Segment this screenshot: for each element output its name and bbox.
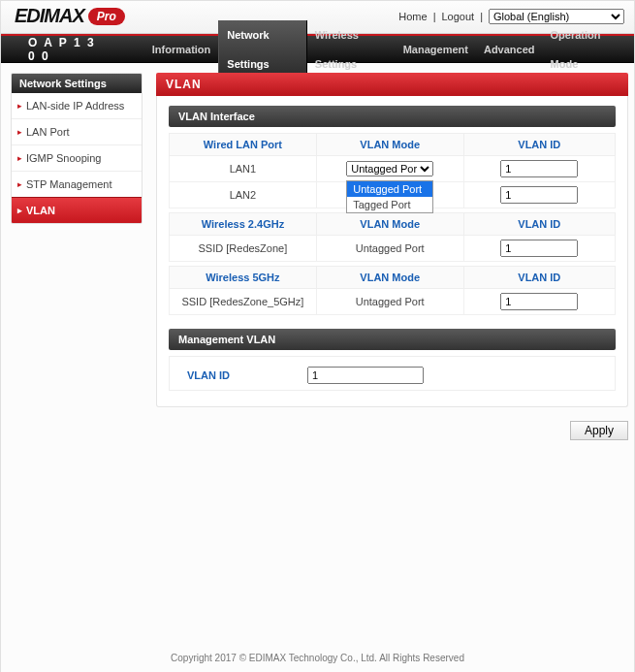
- home-link[interactable]: Home: [398, 11, 427, 22]
- logo: EDIMAX Pro: [15, 5, 125, 27]
- lan1-vlan-id-input[interactable]: [500, 160, 578, 177]
- caret-right-icon: ▸: [17, 127, 22, 137]
- col-id: VLAN ID: [463, 134, 615, 156]
- page-title: VLAN: [156, 73, 628, 96]
- col-mode: VLAN Mode: [316, 267, 463, 289]
- mgmt-vlan-id-input[interactable]: [307, 367, 424, 384]
- panel: VLAN Interface Wired LAN Port VLAN Mode …: [156, 96, 628, 407]
- sidebar-item-label: LAN Port: [26, 126, 70, 138]
- table-row: LAN1 Untagged Port Untagged Port Tagged …: [170, 156, 616, 182]
- ssid-24-label: SSID [RedesZone]: [170, 236, 317, 262]
- ssid-5-vlan-id-input[interactable]: [500, 293, 578, 310]
- sidebar: Network Settings ▸ LAN-side IP Address ▸…: [11, 73, 143, 224]
- col-mode: VLAN Mode: [316, 134, 463, 156]
- lan2-label: LAN2: [170, 182, 317, 208]
- sidebar-item-label: VLAN: [26, 205, 55, 216]
- nav-operation-mode[interactable]: Operation Mode: [543, 20, 624, 79]
- table-row: SSID [RedesZone] Untagged Port: [170, 236, 616, 262]
- dropdown-option-tagged[interactable]: Tagged Port: [347, 197, 432, 212]
- content-area: Network Settings ▸ LAN-side IP Address ▸…: [1, 63, 634, 645]
- sidebar-item-igmp[interactable]: ▸ IGMP Snooping: [12, 145, 142, 172]
- lan1-mode-select[interactable]: Untagged Port: [346, 161, 433, 176]
- lan2-vlan-id-input[interactable]: [500, 186, 578, 204]
- footer-text: Copyright 2017 © EDIMAX Technology Co., …: [1, 645, 634, 672]
- nav-management[interactable]: Management: [396, 35, 476, 64]
- wireless-24-table: Wireless 2.4GHz VLAN Mode VLAN ID SSID […: [169, 212, 616, 262]
- col-wired: Wired LAN Port: [170, 134, 317, 156]
- main-nav: O A P 1 3 0 0 Information Network Settin…: [1, 34, 634, 63]
- sidebar-item-stp[interactable]: ▸ STP Management: [12, 172, 142, 198]
- lan1-mode-dropdown: Untagged Port Tagged Port: [346, 180, 433, 213]
- section-vlan-interface: VLAN Interface: [169, 106, 616, 127]
- lan1-label: LAN1: [170, 156, 317, 182]
- sidebar-item-vlan[interactable]: ▸ VLAN: [11, 197, 143, 224]
- caret-right-icon: ▸: [17, 101, 22, 111]
- model-label: O A P 1 3 0 0: [28, 36, 106, 63]
- logo-text: EDIMAX: [15, 5, 84, 27]
- nav-advanced[interactable]: Advanced: [476, 35, 543, 64]
- nav-network-settings[interactable]: Network Settings: [218, 20, 306, 79]
- mgmt-vlan-row: VLAN ID: [169, 356, 616, 391]
- col-w24: Wireless 2.4GHz: [170, 213, 317, 236]
- sidebar-title: Network Settings: [12, 74, 142, 93]
- sidebar-item-label: STP Management: [26, 178, 111, 190]
- col-mode: VLAN Mode: [316, 213, 463, 236]
- wireless-5-table: Wireless 5GHz VLAN Mode VLAN ID SSID [Re…: [169, 266, 616, 315]
- apply-row: Apply: [156, 421, 628, 440]
- sidebar-item-label: IGMP Snooping: [26, 152, 101, 164]
- sidebar-item-label: LAN-side IP Address: [26, 100, 124, 112]
- logout-link[interactable]: Logout: [441, 11, 474, 22]
- apply-button[interactable]: Apply: [570, 421, 628, 440]
- ssid-5-mode: Untagged Port: [316, 289, 463, 315]
- col-id: VLAN ID: [463, 267, 615, 289]
- sidebar-item-lan-port[interactable]: ▸ LAN Port: [12, 119, 142, 145]
- wired-lan-table: Wired LAN Port VLAN Mode VLAN ID LAN1 Un…: [169, 133, 616, 208]
- table-row: SSID [RedesZone_5GHz] Untagged Port: [170, 289, 616, 315]
- caret-right-icon: ▸: [17, 179, 22, 189]
- caret-right-icon: ▸: [17, 206, 22, 215]
- caret-right-icon: ▸: [17, 153, 22, 163]
- app-window: EDIMAX Pro Home | Logout | Global (Engli…: [0, 0, 635, 672]
- ssid-24-mode: Untagged Port: [316, 236, 463, 262]
- mgmt-vlan-label: VLAN ID: [187, 369, 230, 381]
- section-management-vlan: Management VLAN: [169, 329, 616, 350]
- main-panel: VLAN VLAN Interface Wired LAN Port VLAN …: [156, 73, 628, 635]
- col-id: VLAN ID: [463, 213, 615, 236]
- sidebar-item-lan-ip[interactable]: ▸ LAN-side IP Address: [12, 93, 142, 119]
- logo-pro-badge: Pro: [88, 8, 125, 25]
- col-w5: Wireless 5GHz: [170, 267, 317, 289]
- ssid-5-label: SSID [RedesZone_5GHz]: [170, 289, 317, 315]
- dropdown-option-untagged[interactable]: Untagged Port: [347, 181, 432, 197]
- lan1-mode-select-wrap: Untagged Port Untagged Port Tagged Port: [346, 161, 433, 176]
- nav-information[interactable]: Information: [144, 35, 219, 64]
- nav-wireless-settings[interactable]: Wireless Settings: [307, 20, 396, 79]
- ssid-24-vlan-id-input[interactable]: [500, 240, 578, 257]
